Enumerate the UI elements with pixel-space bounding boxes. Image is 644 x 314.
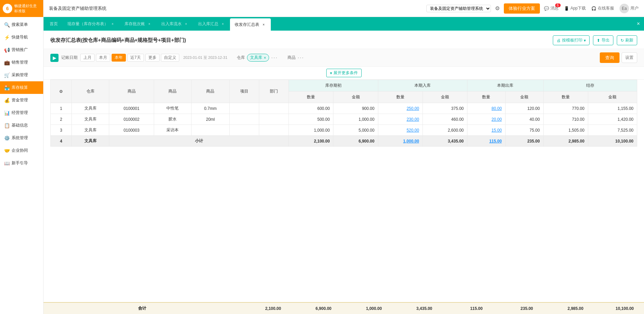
cell-goods-spec	[192, 125, 230, 136]
th-out-qty: 数量	[467, 92, 506, 103]
cell-project	[229, 103, 259, 114]
operation-icon: 📊	[4, 110, 10, 116]
system-selector[interactable]: 装备及固定资产辅助管理系统	[426, 5, 491, 12]
page-header-actions: 🖨 按模板打印 ▾ ⬆ 导出 ↻ 刷新	[553, 35, 637, 45]
cell-in-qty[interactable]: 230.00	[378, 114, 423, 125]
collab-icon: 🤝	[4, 148, 10, 153]
tab-label-summary: 出入库汇总	[198, 21, 218, 27]
tab-summary[interactable]: 出入库汇总×	[193, 17, 230, 31]
filter-goods: 商品 ···	[287, 55, 304, 61]
subtotal-out-qty[interactable]: 115.00	[467, 136, 506, 147]
cell-open-amt: 5,000.00	[333, 125, 378, 136]
export-icon: ⬆	[597, 38, 600, 43]
sidebar-item-finance[interactable]: 💰资金管理	[0, 94, 43, 106]
tab-batch[interactable]: 库存批次账×	[120, 17, 156, 31]
tab-stock[interactable]: 现存量（库存分布表）×	[63, 17, 120, 31]
footer-open-qty: 2,100.00	[234, 306, 284, 311]
sidebar-item-system[interactable]: ⚙️系统管理	[0, 132, 43, 144]
tab-home[interactable]: 首页	[45, 17, 63, 31]
export-btn[interactable]: ⬆ 导出	[593, 35, 613, 45]
finance-icon: 💰	[4, 98, 10, 103]
cell-open-qty: 500.00	[289, 114, 333, 125]
sidebar-item-operation[interactable]: 📊经营管理	[0, 106, 43, 119]
filter-toggle-btn[interactable]: ▶	[50, 54, 59, 62]
settings-icon[interactable]: ⚙	[495, 5, 500, 12]
tab-close-flow[interactable]: ×	[184, 21, 188, 26]
tab-close-stock[interactable]: ×	[110, 21, 115, 26]
refresh-btn[interactable]: ↻ 刷新	[617, 35, 637, 45]
sidebar-item-quick[interactable]: ⚡快捷导航	[0, 31, 43, 44]
expand-row: ▾ 展开更多条件	[44, 67, 644, 80]
th-opening: 库存期初	[289, 80, 378, 92]
sidebar-item-marketing[interactable]: 📢营销推广	[0, 44, 43, 56]
subtotal-in-qty[interactable]: 1,000.00	[378, 136, 423, 147]
user-avatar: Ea	[620, 4, 629, 13]
footer-close-qty: 2,985.00	[536, 306, 587, 311]
online-service-btn[interactable]: 🎧 在线客服	[591, 5, 614, 11]
filter-settings-btn[interactable]: 设置	[622, 52, 637, 63]
th-open-qty: 数量	[289, 92, 333, 103]
tab-flow[interactable]: 出入库流水×	[156, 17, 193, 31]
tab-label-flow: 出入库流水	[161, 21, 182, 27]
user-menu-btn[interactable]: Ea 用户	[620, 4, 639, 13]
warehouse-tag-close[interactable]: ×	[264, 55, 266, 60]
sidebar-nav: 🔍搜索菜单⚡快捷导航📢营销推广💼销售管理🛒采购管理🏪库存核算💰资金管理📊经营管理…	[0, 17, 43, 314]
cell-goods-code: 0100003	[109, 125, 154, 136]
cell-out-qty[interactable]: 15.00	[467, 125, 506, 136]
table-row: 3 文具库 0100003 采访本 1,000.00 5,000.00 520.…	[51, 125, 637, 136]
topbar-system-title: 装备及固定资产辅助管理系统	[49, 5, 422, 12]
cell-no: 2	[51, 114, 72, 125]
tab-label-batch: 库存批次账	[125, 21, 145, 27]
subtotal-open-qty: 2,100.00	[289, 136, 333, 147]
sidebar-item-search[interactable]: 🔍搜索菜单	[0, 18, 43, 31]
query-btn[interactable]: 查询	[600, 52, 620, 63]
date-btn-year[interactable]: 本年	[112, 54, 126, 62]
subtotal-open-amt: 6,900.00	[333, 136, 378, 147]
th-open-amt: 金额	[333, 92, 378, 103]
sidebar-item-label: 营销推广	[12, 47, 28, 53]
th-project: 项目	[229, 80, 259, 103]
message-btn[interactable]: 💬 消息 6	[544, 5, 559, 11]
warehouse-more-btn[interactable]: ···	[271, 55, 278, 61]
goods-more-btn[interactable]: ···	[298, 55, 304, 61]
cell-in-qty[interactable]: 250.00	[378, 103, 423, 114]
subtotal-out-amt: 235.00	[505, 136, 543, 147]
sidebar-item-inventory[interactable]: 🏪库存核算	[0, 81, 43, 94]
sidebar-item-label: 基础信息	[12, 122, 28, 128]
sales-icon: 💼	[4, 60, 10, 65]
expand-more-btn[interactable]: ▾ 展开更多条件	[326, 69, 362, 77]
date-btn-custom[interactable]: 自定义	[161, 54, 179, 62]
sidebar-item-sales[interactable]: 💼销售管理	[0, 56, 43, 69]
tab-recsum[interactable]: 收发存汇总表×	[230, 18, 271, 31]
cell-goods-spec: 20ml	[192, 114, 230, 125]
marketing-icon: 📢	[4, 47, 10, 53]
tabbar-close-btn[interactable]: ×	[634, 21, 643, 27]
th-settings: ⚙	[51, 80, 72, 103]
table-wrapper: ⚙ 仓库 商品 商品 商品 项目 部门 库存期初 本期入库 本期出库 结存 数量	[44, 80, 644, 302]
cell-open-amt: 900.00	[333, 103, 378, 114]
tab-label-home: 首页	[50, 21, 58, 27]
print-btn[interactable]: 🖨 按模板打印 ▾	[553, 35, 590, 45]
sidebar-item-label: 库存核算	[12, 85, 28, 90]
date-btn-cur[interactable]: 本月	[96, 54, 110, 62]
sidebar-item-label: 系统管理	[12, 135, 28, 141]
trial-btn[interactable]: 体验行业方案	[504, 3, 540, 14]
tab-close-batch[interactable]: ×	[147, 21, 152, 26]
cell-out-qty[interactable]: 20.00	[467, 114, 506, 125]
filter-right-actions: 查询 设置	[600, 52, 637, 63]
date-btn-last[interactable]: 上月	[80, 54, 95, 62]
cell-goods-name: 采访本	[154, 125, 191, 136]
sidebar-item-basic[interactable]: 📋基础信息	[0, 119, 43, 132]
sidebar-item-collab[interactable]: 🤝企业协同	[0, 144, 43, 157]
date-btn-more[interactable]: 更多	[145, 54, 160, 62]
date-btn-7days[interactable]: 近7天	[127, 54, 144, 62]
cell-close-qty: 1,505.00	[543, 125, 588, 136]
warehouse-label: 仓库	[237, 55, 245, 61]
tab-close-summary[interactable]: ×	[220, 21, 225, 26]
sidebar-item-guide[interactable]: 📖新手引导	[0, 157, 43, 169]
sidebar-item-purchase[interactable]: 🛒采购管理	[0, 69, 43, 81]
tab-close-recsum[interactable]: ×	[261, 22, 266, 27]
cell-in-qty[interactable]: 520.00	[378, 125, 423, 136]
cell-out-qty[interactable]: 80.00	[467, 103, 506, 114]
app-download-btn[interactable]: 📱 App下载	[564, 5, 586, 11]
